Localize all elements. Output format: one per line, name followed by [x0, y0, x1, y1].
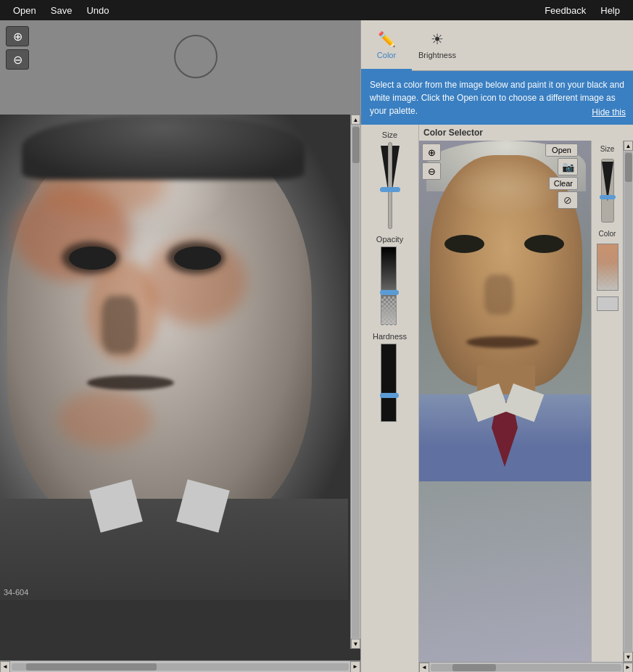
right-size-thumb[interactable] [600, 195, 616, 199]
hide-link[interactable]: Hide this [592, 106, 626, 119]
tab-brightness[interactable]: ☀ Brightness [412, 20, 463, 71]
clothing [0, 499, 348, 600]
h-scroll-track [12, 663, 349, 671]
opacity-checkered [381, 296, 396, 325]
canvas-vscrollbar[interactable]: ▲ ▼ [350, 115, 360, 649]
hardness-thumb[interactable] [380, 393, 399, 398]
brightness-tab-label: Brightness [418, 51, 456, 59]
color-swatch-checkered [597, 244, 618, 291]
photo-label: 34-604 [4, 588, 28, 597]
open-menu[interactable]: Open [6, 0, 44, 20]
canvas-hscrollbar: ◄ ► [0, 660, 360, 672]
canvas-area: ⊕ ⊖ [0, 20, 360, 672]
zoom-out-button[interactable]: ⊖ [6, 49, 29, 70]
v-scroll-track [352, 125, 360, 638]
color-photo-bg [419, 141, 591, 662]
color-scroll-right-btn[interactable]: ► [623, 663, 633, 673]
tool-tabs: ✏️ Color ☀ Brightness [361, 20, 633, 71]
info-box: Select a color from the image below and … [361, 71, 633, 125]
color-zoom-out-btn[interactable]: ⊖ [422, 162, 441, 180]
right-size-label: Size [600, 145, 614, 153]
scroll-left-btn[interactable]: ◄ [0, 661, 10, 673]
info-text: Select a color from the image below and … [370, 80, 624, 116]
left-controls: Size Opacity [361, 125, 419, 672]
opacity-slider-container [381, 246, 400, 326]
right-panel: ✏️ Color ☀ Brightness Select a color fro… [360, 20, 633, 672]
canvas-toolbar: ⊕ ⊖ [0, 20, 360, 115]
hair [22, 115, 305, 180]
color-eraser-btn[interactable]: ⊘ [558, 191, 578, 209]
color-scroll-down-btn[interactable]: ▼ [624, 652, 633, 662]
menubar: Open Save Undo Feedback Help [0, 0, 633, 20]
opacity-slider-group: Opacity [364, 235, 415, 326]
color-patch-chin [58, 390, 152, 448]
right-eye [174, 246, 221, 270]
ref-left-eye [444, 235, 484, 253]
left-eye [69, 246, 116, 270]
mouth [87, 376, 174, 390]
color-zoom-buttons: ⊕ ⊖ [422, 144, 441, 180]
color-camera-btn[interactable]: 📷 [558, 158, 578, 175]
nose-shadow [102, 296, 138, 354]
color-selector-label: Color Selector [423, 128, 483, 138]
main-layout: ⊕ ⊖ [0, 20, 633, 672]
scroll-down-btn[interactable]: ▼ [351, 639, 360, 649]
ref-right-eye [524, 235, 564, 253]
color-hscrollbar: ◄ ► [419, 662, 633, 672]
help-menu[interactable]: Help [593, 0, 627, 20]
hardness-slider-group: Hardness [364, 332, 415, 423]
scroll-right-btn[interactable]: ► [350, 661, 360, 673]
color-swatch-neutral [597, 296, 618, 311]
color-v-scroll-track [624, 152, 632, 651]
zoom-in-button[interactable]: ⊕ [6, 26, 29, 46]
canvas-image[interactable]: 34-604 ▲ ▼ [0, 115, 360, 660]
brightness-tab-icon: ☀ [431, 30, 444, 48]
size-track [388, 142, 392, 229]
color-zoom-in-btn[interactable]: ⊕ [422, 144, 441, 161]
right-size-slider [600, 159, 616, 224]
undo-menu[interactable]: Undo [79, 0, 116, 20]
color-h-scroll-thumb[interactable] [452, 664, 496, 671]
feedback-menu[interactable]: Feedback [537, 0, 593, 20]
opacity-label: Opacity [376, 235, 403, 244]
color-v-scroll-thumb[interactable] [625, 153, 632, 182]
opacity-thumb[interactable] [380, 290, 399, 295]
zoom-in-icon: ⊕ [13, 30, 22, 43]
color-selector-header: Color Selector [419, 125, 633, 141]
color-tab-icon: ✏️ [378, 30, 396, 48]
color-swatch-overlay [597, 244, 618, 290]
v-scroll-thumb[interactable] [352, 127, 360, 163]
color-vscrollbar[interactable]: ▲ ▼ [623, 141, 633, 662]
color-action-buttons: Open 📷 Clear ⊘ [545, 144, 578, 209]
hardness-track [381, 344, 397, 422]
right-color-label: Color [599, 230, 616, 238]
ref-mouth [466, 336, 539, 348]
color-image-wrapper: ⊕ ⊖ Open 📷 Clear ⊘ [419, 141, 633, 662]
size-thumb[interactable] [380, 187, 400, 192]
ref-nose [484, 275, 513, 315]
h-scroll-thumb[interactable] [26, 663, 157, 671]
size-label: Size [382, 130, 397, 139]
size-slider-group: Size [364, 130, 415, 229]
color-h-scroll-track [431, 664, 621, 671]
color-tools-overlay: ⊕ ⊖ [422, 144, 441, 180]
color-clear-btn[interactable]: Clear [549, 177, 578, 190]
bw-photo: 34-604 [0, 115, 348, 600]
save-menu[interactable]: Save [44, 0, 80, 20]
tab-color[interactable]: ✏️ Color [361, 20, 412, 71]
right-mini-controls: Size Color [591, 141, 623, 662]
controls-area: Size Opacity [361, 125, 633, 672]
hardness-slider-container [381, 344, 400, 423]
color-photo-container[interactable]: ⊕ ⊖ Open 📷 Clear ⊘ [419, 141, 591, 662]
zoom-out-icon: ⊖ [13, 53, 22, 67]
scroll-up-btn[interactable]: ▲ [351, 115, 360, 125]
color-selector-area: Color Selector [419, 125, 633, 672]
color-tab-label: Color [377, 51, 396, 59]
size-slider-container [379, 142, 401, 229]
hardness-label: Hardness [373, 332, 407, 341]
color-open-btn[interactable]: Open [545, 144, 578, 157]
brush-preview [174, 35, 218, 78]
color-scroll-left-btn[interactable]: ◄ [419, 663, 429, 673]
color-scroll-up-btn[interactable]: ▲ [624, 141, 633, 151]
